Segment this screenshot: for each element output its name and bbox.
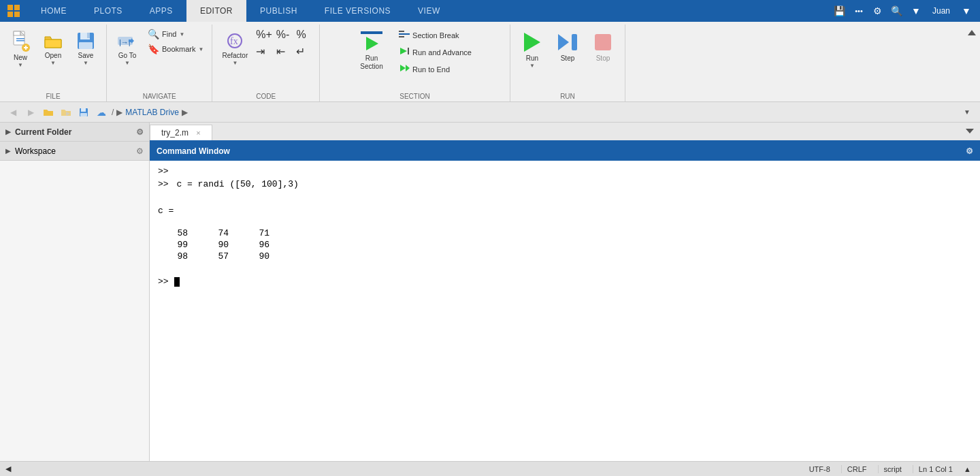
refactor-icon: fx: [224, 30, 246, 52]
section-break-button[interactable]: Section Break: [396, 27, 474, 43]
navigate-buttons: |→| Go To ▼ 🔍 Find ▼ 🔖 Bookmark ▼: [112, 27, 206, 90]
current-folder-header[interactable]: ▶ Current Folder ⚙: [0, 123, 149, 142]
step-button[interactable]: Step: [551, 27, 584, 65]
svg-rect-11: [25, 46, 27, 50]
code-buttons: fx Refactor ▼ %+ %- % ⇥ ⇤ ↵: [218, 27, 314, 90]
path-separator-1: /: [112, 108, 114, 117]
save-icon-btn[interactable]: 💾: [832, 3, 848, 19]
workspace-settings[interactable]: ⚙: [136, 146, 144, 156]
tab-settings-icon[interactable]: [960, 123, 980, 140]
run-advance-button[interactable]: Run and Advance: [396, 44, 474, 60]
nav-path-dropdown[interactable]: ▼: [960, 105, 975, 120]
prompt-1: >>: [158, 166, 169, 176]
run-section-icon: [359, 30, 384, 54]
folder-btn-1[interactable]: [41, 105, 56, 120]
goto-label: Go To: [118, 52, 137, 60]
ribbon-group-code: fx Refactor ▼ %+ %- % ⇥ ⇤ ↵ CODE: [212, 25, 320, 101]
cell-2-1: 99: [158, 240, 199, 250]
svg-rect-33: [595, 34, 611, 50]
open-label: Open: [45, 52, 61, 60]
nav-bar: ◀ ▶ ☁ / ▶ MATLAB Drive ▶ ▼: [0, 102, 980, 123]
stop-label: Stop: [596, 54, 610, 63]
status-scroll-btn[interactable]: ▲: [964, 465, 975, 473]
settings-icon-btn[interactable]: ⚙: [870, 3, 886, 19]
workspace-header[interactable]: ▶ Workspace ⚙: [0, 142, 149, 161]
workspace-expand-icon: ▶: [5, 147, 11, 155]
code-group-label: CODE: [256, 90, 276, 100]
cell-2-2: 90: [199, 240, 240, 250]
spacer-1: [158, 192, 972, 200]
editor-tab[interactable]: try_2.m ×: [150, 125, 212, 140]
cloud-btn[interactable]: ☁: [94, 105, 109, 120]
find-button[interactable]: 🔍 Find ▼: [145, 27, 206, 41]
bookmark-icon: 🔖: [148, 44, 159, 54]
svg-rect-8: [16, 40, 24, 42]
save-nav-btn[interactable]: [76, 105, 91, 120]
command-window-settings[interactable]: ⚙: [966, 146, 973, 156]
ribbon-collapse-btn[interactable]: [964, 25, 980, 101]
goto-button[interactable]: |→| Go To ▼: [112, 27, 142, 69]
svg-rect-37: [81, 108, 86, 112]
section-break-label: Section Break: [412, 31, 459, 39]
cell-3-1: 98: [158, 251, 199, 261]
svg-rect-21: [361, 31, 382, 34]
current-folder-settings[interactable]: ⚙: [136, 127, 144, 137]
find-label: Find: [162, 30, 176, 38]
app-logo: [0, 0, 27, 22]
section-group-label: SECTION: [399, 90, 429, 100]
search-icon-btn[interactable]: 🔍: [889, 3, 905, 19]
tab-close-btn[interactable]: ×: [196, 129, 200, 137]
run-section-button[interactable]: Run Section: [355, 27, 388, 74]
forward-button[interactable]: ▶: [23, 105, 38, 120]
status-left-arrow[interactable]: ◀: [5, 464, 11, 473]
svg-rect-0: [7, 5, 13, 10]
svg-marker-39: [966, 129, 974, 133]
comment-btn[interactable]: %: [295, 27, 314, 42]
svg-rect-23: [399, 33, 410, 35]
new-button[interactable]: New ▼: [5, 27, 35, 71]
outdent-btn[interactable]: ⇤: [275, 44, 294, 59]
find-icon: 🔍: [148, 29, 159, 39]
tab-view[interactable]: VIEW: [404, 0, 454, 22]
run-button[interactable]: Run ▼: [516, 27, 549, 72]
left-panel: ▶ Current Folder ⚙ ▶ Workspace ⚙: [0, 123, 150, 461]
save-button[interactable]: Save ▼: [71, 27, 101, 69]
command-window-body[interactable]: >> >> c = randi ([50, 100],3) c = 58 74 …: [150, 161, 980, 461]
indent-btn[interactable]: ⇥: [255, 44, 274, 59]
more-btn[interactable]: •••: [851, 3, 867, 19]
ribbon: New ▼ Open ▼ Save: [0, 22, 980, 102]
cell-3-3: 90: [240, 251, 280, 261]
menu-bar: HOME PLOTS APPS EDITOR PUBLISH FILE VERS…: [0, 0, 980, 22]
find-bookmark-group: 🔍 Find ▼ 🔖 Bookmark ▼: [145, 27, 206, 56]
run-advance-label: Run and Advance: [412, 48, 472, 57]
bookmark-button[interactable]: 🔖 Bookmark ▼: [145, 42, 206, 56]
ribbon-group-file: New ▼ Open ▼ Save: [0, 25, 107, 101]
stop-button[interactable]: Stop: [587, 27, 619, 65]
increase-indent-btn[interactable]: %+: [255, 27, 274, 42]
layout-dropdown-btn[interactable]: ▼: [908, 3, 924, 19]
refactor-button[interactable]: fx Refactor ▼: [218, 27, 252, 69]
decrease-indent-btn[interactable]: %-: [275, 27, 294, 42]
run-end-button[interactable]: Run to End: [396, 61, 474, 77]
cmd-line-active[interactable]: >>: [158, 276, 972, 287]
matlab-drive-link[interactable]: MATLAB Drive: [125, 108, 178, 117]
run-buttons: Run ▼ Step Stop: [516, 27, 619, 90]
tab-apps[interactable]: APPS: [136, 0, 186, 22]
section-break-icon: [399, 29, 410, 42]
svg-rect-3: [14, 12, 20, 17]
tab-editor[interactable]: EDITOR: [186, 0, 246, 22]
svg-rect-38: [80, 113, 87, 116]
tab-file-versions[interactable]: FILE VERSIONS: [311, 0, 404, 22]
new-label: New: [14, 54, 27, 62]
open-button[interactable]: Open ▼: [38, 27, 68, 69]
tab-publish[interactable]: PUBLISH: [246, 0, 311, 22]
folder-btn-2[interactable]: [59, 105, 74, 120]
tab-plots[interactable]: PLOTS: [80, 0, 136, 22]
script-status: script: [878, 465, 907, 473]
bookmark-label: Bookmark: [162, 45, 196, 53]
tab-home[interactable]: HOME: [27, 0, 80, 22]
encoding-status: UTF-8: [804, 465, 836, 473]
wrap-btn[interactable]: ↵: [295, 44, 314, 59]
user-dropdown-btn[interactable]: ▼: [958, 3, 975, 19]
back-button[interactable]: ◀: [5, 105, 20, 120]
